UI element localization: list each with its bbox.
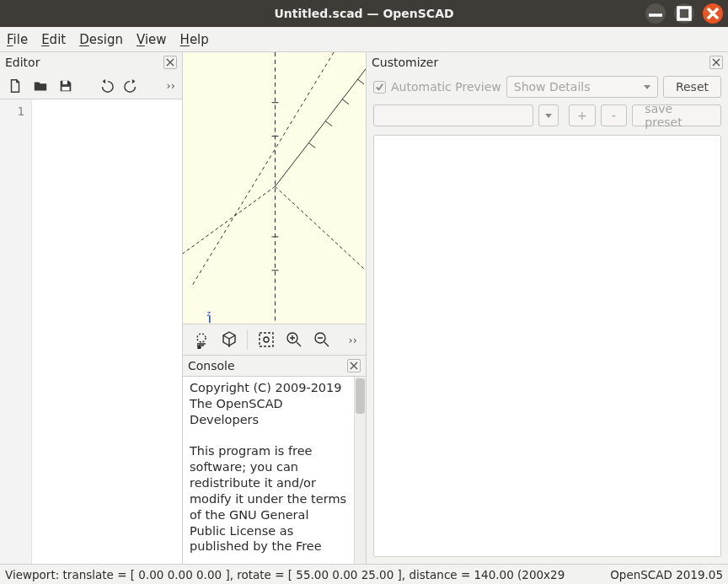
customizer-panel-title: Customizer bbox=[372, 56, 438, 69]
svg-rect-2 bbox=[62, 86, 70, 90]
window-controls bbox=[645, 3, 723, 24]
customizer-row-1: Automatic Preview Show Details Reset bbox=[367, 72, 728, 101]
undo-icon[interactable] bbox=[98, 78, 115, 94]
editor-panel-title: Editor bbox=[5, 56, 40, 69]
editor-panel-header: Editor bbox=[0, 52, 182, 72]
customizer-panel-header: Customizer bbox=[367, 52, 728, 72]
svg-line-4 bbox=[191, 52, 334, 287]
customizer-panel: Customizer Automatic Preview Show Detail… bbox=[367, 52, 728, 564]
console-panel: Console Copyright (C) 2009-2019 The Open… bbox=[183, 356, 366, 564]
redo-icon[interactable] bbox=[123, 78, 140, 94]
window-title: Untitled.scad — OpenSCAD bbox=[274, 7, 453, 20]
svg-point-22 bbox=[264, 337, 269, 342]
plus-button[interactable]: + bbox=[569, 104, 596, 126]
status-viewport: Viewport: translate = [ 0.00 0.00 0.00 ]… bbox=[5, 568, 565, 581]
main-area: Editor ›› bbox=[0, 52, 728, 564]
open-file-icon[interactable] bbox=[32, 78, 49, 94]
editor-toolbar: ›› bbox=[0, 72, 182, 99]
close-button[interactable] bbox=[703, 3, 723, 24]
view-toolbar: » ›› bbox=[183, 324, 366, 356]
zoom-in-icon[interactable] bbox=[284, 330, 303, 350]
chevron-down-icon bbox=[545, 114, 552, 118]
status-version: OpenSCAD 2019.05 bbox=[610, 568, 723, 581]
new-file-icon[interactable] bbox=[7, 78, 24, 94]
menu-design[interactable]: Design bbox=[79, 32, 123, 47]
close-customizer-icon[interactable] bbox=[709, 56, 723, 69]
svg-rect-1 bbox=[62, 80, 67, 84]
status-bar: Viewport: translate = [ 0.00 0.00 0.00 ]… bbox=[0, 564, 728, 584]
editor-panel: Editor ›› bbox=[0, 52, 183, 564]
svg-line-10 bbox=[342, 99, 349, 104]
menu-bar: File Edit Design View Help bbox=[0, 27, 728, 52]
close-console-icon[interactable] bbox=[347, 359, 361, 372]
view-all-icon[interactable] bbox=[256, 330, 276, 350]
svg-line-8 bbox=[308, 143, 315, 148]
svg-line-11 bbox=[357, 79, 364, 84]
code-area[interactable] bbox=[32, 99, 182, 564]
menu-file[interactable]: File bbox=[7, 32, 28, 47]
preset-combo[interactable] bbox=[373, 104, 533, 126]
svg-rect-21 bbox=[260, 333, 273, 346]
chevron-down-icon bbox=[644, 85, 650, 89]
svg-rect-0 bbox=[678, 8, 690, 19]
menu-help[interactable]: Help bbox=[180, 32, 209, 47]
minimize-button[interactable] bbox=[645, 3, 666, 24]
console-output[interactable]: Copyright (C) 2009-2019 The OpenSCAD Dev… bbox=[183, 377, 354, 564]
scroll-thumb[interactable] bbox=[356, 378, 365, 414]
auto-preview-checkbox[interactable] bbox=[373, 81, 386, 94]
preview-icon[interactable]: » bbox=[191, 330, 211, 350]
svg-line-5 bbox=[275, 69, 365, 186]
reset-button[interactable]: Reset bbox=[663, 76, 721, 98]
customizer-body bbox=[373, 135, 721, 557]
details-combo-label: Show Details bbox=[514, 80, 591, 94]
3d-viewport[interactable]: x y z bbox=[183, 52, 366, 324]
save-file-icon[interactable] bbox=[57, 78, 74, 94]
auto-preview-label: Automatic Preview bbox=[391, 80, 501, 94]
line-number: 1 bbox=[0, 104, 24, 118]
svg-line-7 bbox=[275, 186, 365, 271]
preset-combo-caret[interactable] bbox=[538, 104, 559, 126]
save-preset-button[interactable]: save preset bbox=[632, 104, 721, 126]
code-editor[interactable]: 1 bbox=[0, 99, 182, 564]
center-panel: x y z » ›› bbox=[183, 52, 367, 564]
line-gutter: 1 bbox=[0, 99, 32, 564]
console-panel-title: Console bbox=[188, 359, 235, 372]
menu-edit[interactable]: Edit bbox=[41, 32, 66, 47]
minus-button[interactable]: - bbox=[601, 104, 628, 126]
editor-toolbar-overflow-icon[interactable]: ›› bbox=[167, 79, 175, 92]
view-toolbar-overflow-icon[interactable]: ›› bbox=[349, 334, 357, 346]
maximize-button[interactable] bbox=[674, 3, 694, 24]
svg-line-6 bbox=[183, 186, 275, 254]
svg-line-9 bbox=[325, 121, 332, 126]
close-editor-icon[interactable] bbox=[163, 56, 177, 69]
svg-point-19 bbox=[197, 334, 206, 342]
customizer-row-2: + - save preset bbox=[367, 101, 728, 130]
svg-text:»: » bbox=[197, 344, 201, 349]
details-combo[interactable]: Show Details bbox=[506, 76, 658, 98]
title-bar: Untitled.scad — OpenSCAD bbox=[0, 0, 728, 27]
zoom-out-icon[interactable] bbox=[312, 330, 331, 350]
console-panel-header: Console bbox=[183, 356, 366, 376]
render-icon[interactable] bbox=[219, 330, 238, 350]
menu-view[interactable]: View bbox=[136, 32, 167, 47]
axis-z-label: z bbox=[207, 309, 211, 318]
console-scrollbar[interactable] bbox=[354, 377, 366, 564]
